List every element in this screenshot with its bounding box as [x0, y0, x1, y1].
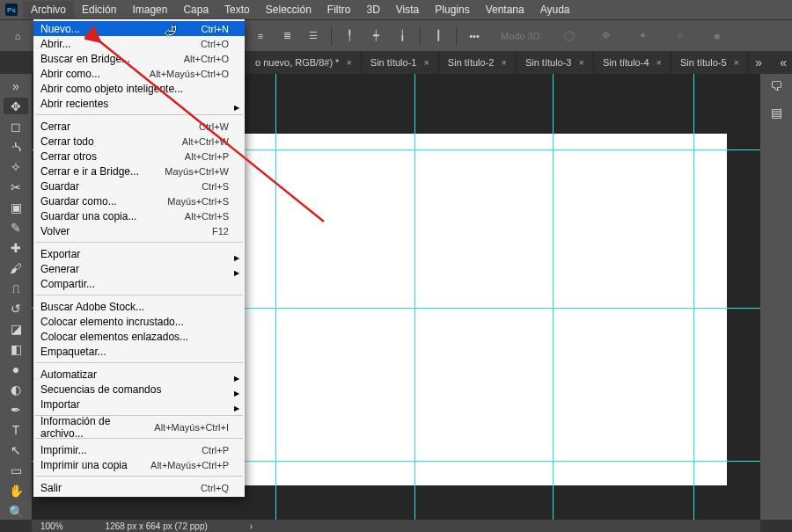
document-tab[interactable]: Sin título-2×: [439, 51, 517, 74]
lasso-tool-icon[interactable]: ᔀ: [4, 138, 28, 155]
frame-tool-icon[interactable]: ▣: [4, 199, 28, 215]
slide-3d-icon[interactable]: ✦: [633, 26, 654, 47]
menu-ventana[interactable]: Ventana: [478, 1, 532, 18]
marquee-tool-icon[interactable]: ◻: [4, 118, 28, 135]
menu-imagen[interactable]: Imagen: [124, 1, 175, 18]
move-tool-icon[interactable]: ✥: [4, 98, 28, 114]
close-icon[interactable]: ×: [734, 57, 739, 68]
menu-shortcut: Ctrl+S: [202, 181, 229, 192]
menu-item[interactable]: Información de archivo...Alt+Mayús+Ctrl+…: [33, 419, 245, 434]
menu-item[interactable]: SalirCtrl+Q: [33, 480, 245, 495]
menu-item[interactable]: Empaquetar...: [33, 344, 245, 359]
menu-item[interactable]: Buscar Adobe Stock...: [33, 299, 245, 314]
menu-item[interactable]: Cerrar todoAlt+Ctrl+W: [33, 134, 245, 149]
close-icon[interactable]: ×: [346, 57, 351, 68]
camera-icon[interactable]: ■: [707, 26, 728, 47]
guide-vertical[interactable]: [693, 74, 694, 520]
menu-archivo[interactable]: Archivo: [23, 1, 74, 18]
distribute-h-icon[interactable]: ┃: [428, 26, 449, 47]
close-icon[interactable]: ×: [656, 57, 662, 68]
history-brush-icon[interactable]: ↺: [4, 301, 28, 317]
menu-item[interactable]: Abrir como objeto inteligente...: [33, 81, 245, 96]
menu-selección[interactable]: Selección: [258, 1, 319, 18]
eyedropper-tool-icon[interactable]: ✎: [4, 219, 28, 236]
menu-capa[interactable]: Capa: [175, 1, 216, 18]
menu-item[interactable]: Guardar una copia...Alt+Ctrl+S: [33, 208, 245, 223]
menu-item[interactable]: VolverF12: [33, 223, 245, 238]
type-tool-icon[interactable]: T: [4, 422, 28, 439]
menu-item[interactable]: Cerrar e ir a Bridge...Mayús+Ctrl+W: [33, 164, 245, 179]
align-center-icon[interactable]: ≣: [276, 26, 297, 47]
close-icon[interactable]: ×: [578, 57, 583, 68]
crop-tool-icon[interactable]: ✂: [4, 179, 28, 195]
menu-item[interactable]: Cerrar otrosAlt+Ctrl+P: [33, 149, 245, 164]
menu-item[interactable]: Abrir...Ctrl+O: [33, 36, 245, 51]
menu-item[interactable]: Abrir recientes: [33, 96, 245, 111]
menu-filtro[interactable]: Filtro: [319, 1, 359, 18]
menu-item[interactable]: Colocar elemento incrustado...: [33, 314, 245, 329]
close-icon[interactable]: ×: [423, 57, 429, 68]
close-icon[interactable]: ×: [501, 57, 506, 68]
menu-item[interactable]: CerrarCtrl+W: [33, 119, 245, 134]
home-icon[interactable]: ⌂: [7, 26, 28, 47]
eraser-tool-icon[interactable]: ◪: [4, 321, 28, 338]
menu-item[interactable]: Nuevo...Ctrl+N: [33, 21, 245, 36]
menu-item[interactable]: Guardar como...Mayús+Ctrl+S: [33, 193, 245, 208]
menu-texto[interactable]: Texto: [216, 1, 258, 18]
distribute-top-icon[interactable]: ╿: [339, 26, 360, 47]
pan-3d-icon[interactable]: ✥: [596, 26, 617, 47]
document-tab[interactable]: Sin título-4×: [594, 51, 671, 74]
guide-vertical[interactable]: [553, 74, 554, 520]
zoom-level[interactable]: 100%: [40, 521, 63, 531]
blur-tool-icon[interactable]: ●: [4, 361, 28, 378]
menu-vista[interactable]: Vista: [388, 1, 427, 18]
libraries-panel-icon[interactable]: ▤: [771, 106, 782, 120]
status-chevron-icon[interactable]: ›: [250, 521, 253, 531]
guide-vertical[interactable]: [275, 74, 276, 520]
document-tab[interactable]: Sin título-1×: [362, 51, 439, 74]
menu-item[interactable]: Abrir como...Alt+Mayús+Ctrl+O: [33, 66, 245, 81]
menu-item[interactable]: Secuencias de comandos: [33, 382, 245, 397]
menu-item[interactable]: Imprimir...Ctrl+P: [33, 442, 245, 457]
menu-item[interactable]: Buscar en Bridge...Alt+Ctrl+O: [33, 51, 245, 66]
panel-collapse-icon[interactable]: «: [780, 55, 787, 69]
dodge-tool-icon[interactable]: ◐: [4, 382, 28, 398]
comments-panel-icon[interactable]: 🗨: [770, 79, 782, 93]
align-right-icon[interactable]: ☰: [303, 26, 324, 47]
rectangle-tool-icon[interactable]: ▭: [4, 463, 28, 479]
menu-item[interactable]: GuardarCtrl+S: [33, 179, 245, 193]
wand-tool-icon[interactable]: ✧: [4, 158, 28, 175]
menu-item[interactable]: Imprimir una copiaAlt+Mayús+Ctrl+P: [33, 457, 245, 472]
healing-tool-icon[interactable]: ✚: [4, 239, 28, 256]
menu-item[interactable]: Generar: [33, 261, 245, 276]
distribute-vcenter-icon[interactable]: ┿: [365, 26, 386, 47]
guide-vertical[interactable]: [414, 74, 415, 520]
hand-tool-icon[interactable]: ✋: [4, 483, 28, 499]
document-tab[interactable]: Sin título-5×: [671, 51, 749, 74]
collapse-icon[interactable]: »: [4, 77, 28, 94]
zoom-tool-icon[interactable]: 🔍: [4, 503, 28, 520]
menu-item[interactable]: Importar: [33, 397, 245, 412]
menu-item[interactable]: Exportar: [33, 246, 245, 261]
align-left-icon[interactable]: ≡: [250, 26, 271, 47]
menu-3d[interactable]: 3D: [358, 1, 387, 18]
distribute-bottom-icon[interactable]: ╽: [392, 26, 413, 47]
path-select-icon[interactable]: ↖: [4, 442, 28, 459]
stamp-tool-icon[interactable]: ⎍: [4, 280, 28, 296]
brush-tool-icon[interactable]: 🖌: [4, 259, 28, 276]
document-tab[interactable]: o nuevo, RGB/8#) *×: [246, 51, 362, 74]
pen-tool-icon[interactable]: ✒: [4, 402, 28, 419]
menu-edición[interactable]: Edición: [74, 1, 124, 18]
menu-plugins[interactable]: Plugins: [427, 1, 477, 18]
menu-item[interactable]: Colocar elementos enlazados...: [33, 329, 245, 344]
menu-item[interactable]: Automatizar: [33, 367, 245, 382]
tabs-overflow-icon[interactable]: »: [755, 55, 762, 69]
more-icon[interactable]: •••: [464, 26, 485, 47]
light-icon[interactable]: ✧: [670, 26, 691, 47]
menu-item[interactable]: Compartir...: [33, 276, 245, 291]
gradient-tool-icon[interactable]: ◧: [4, 341, 28, 358]
document-info[interactable]: 1268 px x 664 px (72 ppp): [106, 521, 208, 531]
document-tab[interactable]: Sin título-3×: [517, 51, 594, 74]
menu-ayuda[interactable]: Ayuda: [532, 1, 578, 18]
orbit-icon[interactable]: ◯: [559, 26, 580, 47]
